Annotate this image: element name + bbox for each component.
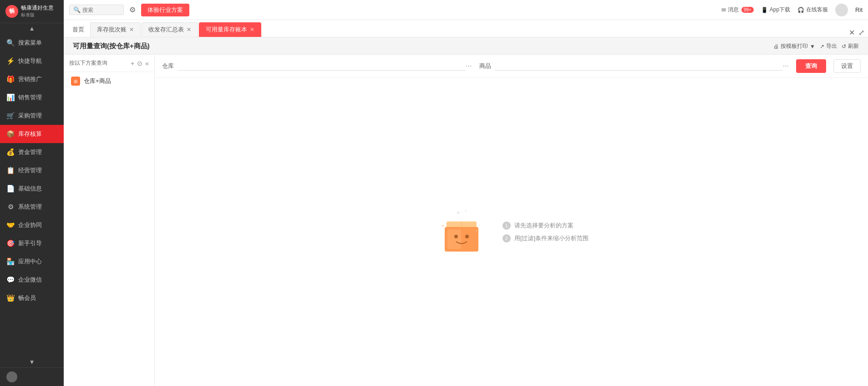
sidebar-nav: 🔍 搜索菜单 ⚡ 快捷导航 🎁 营销推广 📊 销售管理 🛒 采购管理 📦 库存核… [0,34,64,357]
tab-available-ledger-close[interactable]: ✕ [250,26,254,33]
filter-settings-button[interactable]: ⊙ [137,60,142,67]
sidebar-item-label: 畅会员 [18,294,36,302]
warehouse-label: 仓库 [162,62,174,70]
query-submit-button[interactable]: 查询 [796,59,826,73]
gift-icon: 🎁 [6,75,15,83]
topbar-search-input[interactable] [82,7,119,13]
online-service-label: 在线客服 [806,6,828,14]
svg-text:✦: ✦ [441,223,445,228]
filter-collapse-button[interactable]: « [145,60,149,67]
print-icon: 🖨 [773,43,779,50]
crown-icon: 👑 [6,294,15,302]
page-actions: 🖨 按模板打印 ▼ ↗ 导出 ↺ 刷新 [773,42,859,50]
query-bar: 仓库 ··· 商品 ··· 查询 设置 [155,55,868,78]
svg-point-6 [454,235,458,238]
sidebar-item-enterprise[interactable]: 🤝 企业协同 [0,216,64,234]
sidebar-item-shortcut[interactable]: ⚡ 快捷导航 [0,52,64,70]
industry-solution-button[interactable]: 体验行业方案 [141,4,189,16]
sidebar-item-label: 经营管理 [18,166,42,175]
sidebar-item-sales[interactable]: 📊 销售管理 [0,88,64,107]
warehouse-field: 仓库 ··· [162,62,472,71]
topbar-gear-icon[interactable]: ⚙ [127,4,137,16]
tab-maximize-button[interactable]: ⤢ [858,28,864,37]
tab-receipt-summary-close[interactable]: ✕ [187,26,191,33]
online-service-button[interactable]: 🎧 在线客服 [797,6,828,14]
search-icon: 🔍 [6,39,15,47]
message-badge: 99+ [741,7,754,13]
filter-add-button[interactable]: + [131,60,134,67]
tab-batch-account-close[interactable]: ✕ [129,26,134,33]
sidebar-scroll-up[interactable]: ▲ [0,23,64,34]
tab-home[interactable]: 首页 [67,22,89,37]
mobile-icon: 📱 [761,7,768,13]
sidebar-item-purchase[interactable]: 🛒 采购管理 [0,107,64,125]
tab-batch-account[interactable]: 库存批次账 ✕ [90,22,141,37]
warehouse-more-button[interactable]: ··· [466,62,472,70]
tab-available-ledger[interactable]: 可用量库存账本 ✕ [199,22,261,37]
sidebar-item-vip[interactable]: 👑 畅会员 [0,289,64,307]
sidebar-item-label: 系统管理 [18,203,42,211]
dropdown-icon: ▼ [810,43,815,50]
sidebar-item-operation[interactable]: 📋 经营管理 [0,161,64,180]
handshake-icon: 🤝 [6,221,15,229]
export-icon: ↗ [820,43,824,50]
add-icon: + [131,60,134,67]
tabs-bar: 首页 库存批次账 ✕ 收发存汇总表 ✕ 可用量库存账本 ✕ ✕ ⤢ [64,20,868,37]
sidebar-item-system[interactable]: ⚙ 系统管理 [0,198,64,216]
tab-close-window-button[interactable]: ✕ [849,28,855,37]
sidebar-item-appstore[interactable]: 🏪 应用中心 [0,252,64,271]
sidebar-item-label: 企业微信 [18,276,42,284]
sidebar-scroll-down[interactable]: ▼ [0,357,64,367]
svg-rect-5 [447,230,461,249]
sidebar-item-marketing[interactable]: 🎁 营销推广 [0,70,64,88]
sidebar-item-inventory[interactable]: 📦 库存核算 [0,125,64,143]
user-avatar-top[interactable] [835,4,848,16]
filter-scheme-label: 仓库+商品 [84,77,111,85]
sidebar-item-label: 新手引导 [18,239,42,247]
product-more-button[interactable]: ··· [783,62,789,70]
print-template-button[interactable]: 🖨 按模板打印 ▼ [773,42,815,50]
refresh-icon: ↺ [842,43,846,50]
empty-tip-1: 1 请先选择要分析的方案 [503,221,589,230]
user-profile[interactable] [0,367,64,386]
scheme-icon: ⊞ [71,77,80,86]
tab-available-ledger-label: 可用量库存账本 [206,26,247,34]
empty-tips: 1 请先选择要分析的方案 2 用[过滤]条件来缩小分析范围 [503,221,589,242]
sidebar-item-finance[interactable]: 💰 资金管理 [0,143,64,161]
sidebar-item-label: 基础信息 [18,185,42,193]
warehouse-input[interactable] [178,62,466,71]
money-icon: 💰 [6,148,15,156]
sidebar-item-label: 搜索菜单 [18,39,42,47]
sidebar-item-basic[interactable]: 📄 基础信息 [0,180,64,198]
store-icon: 🏪 [6,257,15,266]
collapse-icon: « [145,60,149,67]
sidebar-item-label: 企业协同 [18,221,42,229]
brand-tag: 标准版 [21,12,54,18]
export-button[interactable]: ↗ 导出 [820,42,837,50]
filter-header-actions: + ⊙ « [131,60,149,67]
gear-icon: ⚙ [6,203,15,211]
data-area: 仓库 ··· 商品 ··· 查询 设置 [155,55,868,386]
filter-header: 按以下方案查询 + ⊙ « [64,55,154,72]
app-download-button[interactable]: 📱 App下载 [761,6,790,14]
sidebar-item-wechat[interactable]: 💬 企业微信 [0,271,64,289]
sidebar-item-label: 应用中心 [18,257,42,266]
topbar-search-box[interactable]: 🔍 [69,5,124,15]
message-button[interactable]: ✉ 消息 99+ [721,6,754,14]
box-icon: 📦 [6,130,15,138]
sidebar-item-label: 库存核算 [18,130,42,138]
filter-scheme-item[interactable]: ⊞ 仓库+商品 [64,72,154,90]
product-label: 商品 [479,62,491,70]
sidebar-item-label: 采购管理 [18,112,42,120]
tab-receipt-summary-label: 收发存汇总表 [148,26,184,34]
brand-name: 畅康通好生意 [21,5,54,12]
message-label: 消息 [728,6,739,14]
sidebar-item-search[interactable]: 🔍 搜索菜单 [0,34,64,52]
tip-1-number: 1 [503,221,511,230]
query-settings-button[interactable]: 设置 [833,59,861,73]
product-input[interactable] [495,62,783,71]
sidebar-item-newuser[interactable]: 🎯 新手引导 [0,234,64,252]
tab-receipt-summary[interactable]: 收发存汇总表 ✕ [142,22,198,37]
refresh-button[interactable]: ↺ 刷新 [842,42,859,50]
cart-icon: 🛒 [6,112,15,120]
